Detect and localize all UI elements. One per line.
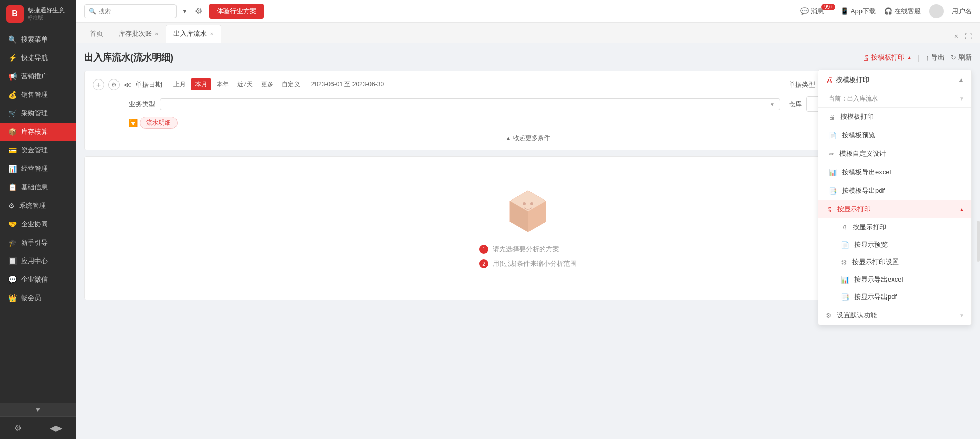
sidebar-item-enterprise[interactable]: 🤝 企业协同	[0, 215, 76, 233]
topbar-search-box[interactable]: 🔍	[84, 4, 177, 18]
page-title: 出入库流水(流水明细)	[84, 51, 173, 64]
btn-export[interactable]: ↑ 导出	[926, 53, 945, 62]
collapse-sidebar-btn[interactable]: ◀▶	[46, 421, 66, 435]
app-download-btn[interactable]: 📱 App下载	[840, 7, 876, 16]
filter-biz-type-select[interactable]: ▼	[160, 98, 780, 110]
message-btn[interactable]: 💬 消息 99+	[800, 7, 824, 16]
page-content: 出入库流水(流水明细) 🖨 按模板打印 ▲ | ↑ 导出 ↻ 刷新	[76, 43, 980, 439]
chevron-up-icon: ▲	[907, 55, 912, 61]
sidebar-item-label: 销售管理	[21, 90, 48, 99]
sidebar-item-app-center[interactable]: 🔲 应用中心	[0, 252, 76, 270]
tab-home[interactable]: 首页	[82, 25, 111, 43]
empty-tip-1: 1 请先选择要分析的方案	[479, 245, 576, 254]
sidebar-item-quick-nav[interactable]: ⚡ 快捷导航	[0, 49, 76, 67]
filter-date-group: 单据日期 上月 本月 本年 近7天 更多 自定义 2023-06-01 至 20…	[135, 78, 789, 90]
sidebar-item-inventory[interactable]: 📦 库存核算	[0, 123, 76, 141]
tab-close-btn[interactable]: ×	[952, 30, 961, 43]
industry-btn[interactable]: 体验行业方案	[209, 4, 264, 19]
dropdown-item-display-print-settings[interactable]: ⚙ 按显示打印设置	[818, 253, 971, 271]
search-dropdown-btn[interactable]: ▼	[182, 8, 188, 15]
dropdown-display-print-section[interactable]: 🖨 按显示打印 ▲	[818, 200, 971, 218]
tab-batch-account[interactable]: 库存批次账 ×	[111, 25, 166, 43]
sidebar-item-basic[interactable]: 📋 基础信息	[0, 178, 76, 196]
sidebar-nav: 🔍 搜索菜单 ⚡ 快捷导航 📢 营销推广 💰 销售管理 🛒 采购管理 📦 库存核…	[0, 28, 76, 403]
dropdown-item-template-preview[interactable]: 📄 按模板预览	[818, 126, 971, 145]
filter-add-btn[interactable]: +	[93, 79, 104, 90]
tip-num-2: 2	[479, 259, 488, 268]
dropdown-item-display-print[interactable]: 🖨 按显示打印	[818, 218, 971, 236]
filter-doc-type-label: 单据类型	[789, 80, 815, 89]
sidebar-item-wechat[interactable]: 💬 企业微信	[0, 270, 76, 289]
dropdown-item-template-print[interactable]: 🖨 按模板打印	[818, 108, 971, 126]
quick-nav-icon: ⚡	[8, 54, 17, 62]
sidebar-item-member[interactable]: 👑 畅会员	[0, 289, 76, 307]
filter-biz-type-group: 业务类型 ▼	[129, 98, 780, 110]
tab-batch-account-close[interactable]: ×	[155, 31, 158, 37]
dropdown-header-up-btn[interactable]: ▲	[958, 76, 964, 84]
sidebar: B 畅捷通好生意 标准版 🔍 搜索菜单 ⚡ 快捷导航 📢 营销推广 💰 销售管理…	[0, 0, 76, 439]
sidebar-item-search[interactable]: 🔍 搜索菜单	[0, 30, 76, 49]
sidebar-item-label: 新手引导	[21, 238, 48, 247]
display-settings-icon: ⚙	[841, 258, 847, 266]
dropdown-item-set-default-label: 设置默认功能	[837, 311, 877, 320]
filter-date-tab-this-year[interactable]: 本年	[213, 78, 232, 90]
filter-tag[interactable]: 流水明细	[140, 117, 178, 129]
dropdown-item-template-pdf-label: 按模板导出pdf	[842, 186, 885, 195]
btn-refresh[interactable]: ↻ 刷新	[951, 53, 972, 62]
filter-icon: 🔽	[129, 119, 138, 127]
sidebar-item-operation[interactable]: 📊 经营管理	[0, 159, 76, 178]
sidebar-item-label: 系统管理	[19, 201, 46, 210]
operation-icon: 📊	[8, 165, 17, 173]
sidebar-item-marketing[interactable]: 📢 营销推广	[0, 67, 76, 86]
user-avatar[interactable]	[929, 4, 944, 18]
sidebar-item-sales[interactable]: 💰 销售管理	[0, 86, 76, 104]
dropdown-current-row[interactable]: 当前：出入库流水 ▼	[818, 90, 971, 108]
svg-point-4	[523, 202, 526, 205]
purchase-icon: 🛒	[8, 109, 17, 117]
sidebar-item-label: 资金管理	[21, 146, 48, 155]
dropdown-item-template-excel[interactable]: 📊 按模板导出excel	[818, 163, 971, 182]
filter-setting-btn[interactable]: ⚙	[108, 79, 120, 90]
message-icon: 💬	[800, 7, 809, 15]
online-service-btn[interactable]: 🎧 在线客服	[884, 7, 921, 16]
dropdown-item-template-preview-label: 按模板预览	[842, 131, 875, 140]
sidebar-scroll-down[interactable]: ▼	[0, 403, 76, 416]
btn-refresh-label: 刷新	[958, 53, 972, 62]
dropdown-header: 🖨 按模板打印 ▲	[818, 70, 971, 90]
filter-collapse-toggle-btn[interactable]: ≪	[124, 81, 131, 89]
dropdown-item-display-settings-label: 按显示打印设置	[852, 257, 899, 267]
dropdown-item-display-excel[interactable]: 📊 按显示导出excel	[818, 271, 971, 288]
filter-collapse-btn[interactable]: ▲ 收起更多条件	[506, 134, 550, 143]
dropdown-item-display-preview[interactable]: 📄 按显示预览	[818, 236, 971, 253]
export-icon: ↑	[926, 54, 930, 62]
sidebar-item-system[interactable]: ⚙ 系统管理	[0, 196, 76, 215]
sidebar-item-guide[interactable]: 🎓 新手引导	[0, 233, 76, 252]
chevron-down-dropdown: ▼	[959, 96, 964, 102]
display-pdf-icon: 📑	[841, 293, 849, 301]
filter-date-tab-custom[interactable]: 自定义	[279, 78, 303, 90]
tab-in-out-flow-close[interactable]: ×	[210, 31, 213, 37]
filter-date-tab-7days[interactable]: 近7天	[234, 78, 256, 90]
filter-date-tab-more[interactable]: 更多	[258, 78, 277, 90]
sidebar-item-finance[interactable]: 💳 资金管理	[0, 141, 76, 159]
dropdown-item-template-custom[interactable]: ✏ 模板自定义设计	[818, 145, 971, 163]
sidebar-logo: B 畅捷通好生意 标准版	[0, 0, 76, 28]
empty-tips: 1 请先选择要分析的方案 2 用[过滤]条件来缩小分析范围	[479, 245, 576, 268]
btn-print-template[interactable]: 🖨 按模板打印 ▲	[863, 53, 912, 62]
settings-bottom-btn[interactable]: ⚙	[10, 421, 26, 435]
sidebar-item-purchase[interactable]: 🛒 采购管理	[0, 104, 76, 123]
dropdown-item-set-default[interactable]: ⚙ 设置默认功能 ▼	[818, 306, 971, 325]
btn-print-template-label: 按模板打印	[871, 53, 905, 62]
filter-date-tab-this-month[interactable]: 本月	[191, 78, 211, 90]
excel-item-icon: 📊	[829, 169, 837, 176]
gear-btn[interactable]: ⚙	[193, 4, 204, 18]
filter-date-tab-last-month[interactable]: 上月	[170, 78, 189, 90]
search-input[interactable]	[99, 8, 172, 15]
dropdown-item-template-pdf[interactable]: 📑 按模板导出pdf	[818, 182, 971, 200]
tab-maximize-btn[interactable]: ⛶	[963, 30, 974, 43]
tabs-bar: 首页 库存批次账 × 出入库流水 × × ⛶	[76, 23, 980, 43]
tab-in-out-flow[interactable]: 出入库流水 ×	[166, 25, 221, 43]
right-scroll-indicator[interactable]	[977, 221, 980, 262]
empty-tip-2: 2 用[过滤]条件来缩小分析范围	[479, 259, 576, 268]
dropdown-item-display-pdf[interactable]: 📑 按显示导出pdf	[818, 288, 971, 306]
